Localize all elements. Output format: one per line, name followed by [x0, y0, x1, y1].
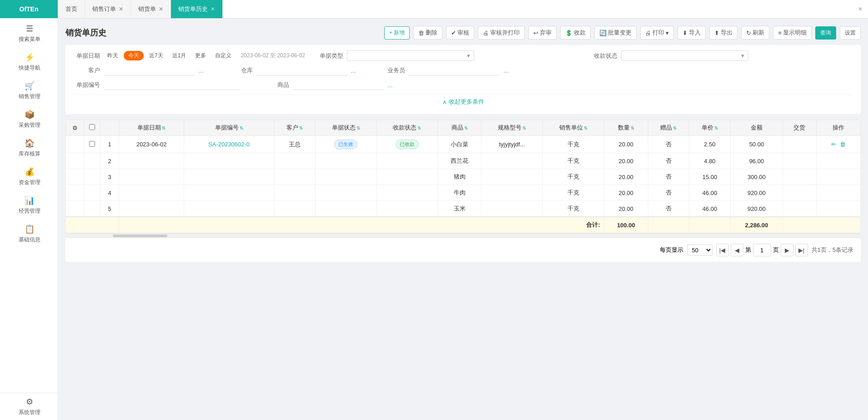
date-btn-yesterday[interactable]: 昨天 — [104, 51, 122, 60]
new-button[interactable]: + 新增 — [384, 26, 410, 40]
doc-num-input[interactable] — [104, 80, 240, 90]
pay-status-select[interactable]: ▾ — [621, 50, 748, 61]
row-checkbox[interactable] — [84, 153, 100, 169]
sidebar-item-label: 销售管理 — [19, 93, 40, 100]
goods-ellipsis[interactable]: ... — [387, 81, 393, 89]
col-doc-no[interactable]: 单据编号⇅ — [184, 120, 274, 136]
sort-doc-status[interactable]: ⇅ — [356, 125, 360, 130]
sort-price[interactable]: ⇅ — [714, 125, 718, 130]
row-checkbox[interactable] — [84, 185, 100, 201]
col-settings[interactable]: ⚙ — [66, 120, 84, 136]
page-size-select[interactable]: 10 20 50 100 — [687, 245, 712, 256]
doc-type-select[interactable]: ▾ — [347, 50, 474, 61]
tab-home[interactable]: 首页 — [58, 0, 85, 18]
refresh-button[interactable]: ↻ 刷新 — [741, 26, 769, 40]
sidebar-item-inventory[interactable]: 🏠 库存核算 — [0, 133, 58, 161]
agent-input[interactable] — [409, 65, 500, 75]
row-checkbox-input[interactable] — [89, 141, 95, 147]
sort-unit[interactable]: ⇅ — [584, 125, 587, 130]
customer-filter: 客户 ... — [73, 65, 204, 75]
quick-nav-icon: ⚡ — [25, 52, 35, 62]
col-customer[interactable]: 客户⇅ — [274, 120, 315, 136]
sidebar-item-operations[interactable]: 📊 经营管理 — [0, 190, 58, 219]
date-btn-7days[interactable]: 近7天 — [146, 51, 167, 60]
col-gift[interactable]: 赠品⇅ — [648, 120, 689, 136]
date-btn-today[interactable]: 今天 — [124, 51, 144, 60]
export-button[interactable]: ⬆ 导出 — [709, 26, 738, 40]
sort-gift[interactable]: ⇅ — [673, 125, 677, 130]
prev-page-btn[interactable]: ◀ — [731, 244, 743, 256]
row-checkbox[interactable] — [84, 201, 100, 217]
col-unit[interactable]: 销售单位⇅ — [542, 120, 604, 136]
sidebar-item-sales-mgmt[interactable]: 🛒 销售管理 — [0, 75, 58, 104]
customer-ellipsis[interactable]: ... — [198, 67, 204, 74]
audit-button[interactable]: ✔ 审核 — [446, 26, 474, 40]
col-qty[interactable]: 数量⇅ — [604, 120, 648, 136]
scroll-thumb[interactable] — [113, 235, 167, 237]
row-action-link[interactable]: 🗑 — [840, 141, 846, 148]
date-btn-1month[interactable]: 近1月 — [169, 51, 190, 60]
discard-button[interactable]: ↩ 弃审 — [528, 26, 557, 40]
row-action-link[interactable]: ✏ — [831, 141, 836, 148]
settings-button[interactable]: 设置 — [840, 26, 861, 40]
first-page-btn[interactable]: |◀ — [716, 244, 729, 256]
sidebar-item-label: 基础信息 — [19, 236, 40, 244]
warehouse-ellipsis[interactable]: ... — [351, 67, 356, 74]
date-btn-more[interactable]: 更多 — [191, 51, 210, 60]
col-amount: 金额 — [730, 120, 783, 136]
batch-change-button[interactable]: 🔄 批量变更 — [594, 26, 637, 40]
col-spec[interactable]: 规格型号⇅ — [482, 120, 543, 136]
show-detail-button[interactable]: ≡ 显示明细 — [773, 26, 812, 40]
col-checkbox[interactable] — [84, 120, 100, 136]
tab-sales-order[interactable]: 销售订单 ✕ — [85, 0, 131, 18]
sidebar-item-purchase-mgmt[interactable]: 📦 采购管理 — [0, 104, 58, 133]
import-button[interactable]: ⬇ 导入 — [677, 26, 706, 40]
warehouse-input[interactable] — [256, 65, 347, 75]
goods-input[interactable] — [293, 80, 384, 90]
col-doc-date[interactable]: 单据日期⇅ — [119, 120, 184, 136]
audit-print-button[interactable]: 🖨 审核并打印 — [478, 26, 525, 40]
sidebar-item-quick-nav[interactable]: ⚡ 快捷导航 — [0, 47, 58, 75]
collect-icon: 💲 — [565, 30, 572, 36]
page-input[interactable] — [753, 244, 771, 256]
collapse-filter-button[interactable]: ∧ 收起更多条件 — [73, 95, 853, 109]
col-goods[interactable]: 商品⇅ — [438, 120, 482, 136]
agent-ellipsis[interactable]: ... — [503, 67, 509, 74]
sort-customer[interactable]: ⇅ — [299, 125, 303, 130]
sort-pay-status[interactable]: ⇅ — [417, 125, 421, 130]
customer-input[interactable] — [104, 65, 195, 75]
sidebar-item-search-menu[interactable]: ☰ 搜索菜单 — [0, 18, 58, 47]
horizontal-scrollbar[interactable] — [65, 233, 861, 238]
next-page-btn[interactable]: ▶ — [781, 244, 793, 256]
sort-doc-no[interactable]: ⇅ — [240, 125, 243, 130]
sidebar-item-sys-mgmt[interactable]: ⚙ 系统管理 — [0, 393, 58, 420]
row-checkbox[interactable] — [84, 169, 100, 185]
close-sales-order-tab[interactable]: ✕ — [119, 6, 123, 12]
collect-button[interactable]: 💲 收款 — [560, 26, 591, 40]
close-all-tabs[interactable]: ✕ — [853, 6, 868, 12]
row-checkbox[interactable] — [84, 136, 100, 153]
delete-button[interactable]: 🗑 删除 — [413, 26, 442, 40]
print-button[interactable]: 🖨 打印 ▾ — [640, 26, 674, 40]
sidebar-item-basic-info[interactable]: 📋 基础信息 — [0, 219, 58, 247]
sort-goods[interactable]: ⇅ — [464, 125, 468, 130]
date-btn-custom[interactable]: 自定义 — [211, 51, 235, 60]
last-page-btn[interactable]: ▶| — [795, 244, 808, 256]
col-pay-status[interactable]: 收款状态⇅ — [376, 120, 438, 136]
col-price[interactable]: 单价⇅ — [689, 120, 730, 136]
tab-delivery-history[interactable]: 销货单历史 ✕ — [171, 0, 223, 18]
sort-qty[interactable]: ⇅ — [631, 125, 634, 130]
doc-no-link[interactable]: SA-20230602-0 — [208, 141, 250, 148]
row-pay-status — [376, 169, 438, 185]
select-all-checkbox[interactable] — [89, 124, 95, 130]
row-unit: 千克 — [542, 185, 604, 201]
tab-delivery[interactable]: 销货单 ✕ — [131, 0, 171, 18]
row-num: 2 — [100, 153, 119, 169]
query-button[interactable]: 查询 — [815, 26, 836, 40]
col-doc-status[interactable]: 单据状态⇅ — [315, 120, 376, 136]
close-delivery-tab[interactable]: ✕ — [159, 6, 163, 12]
sort-spec[interactable]: ⇅ — [522, 125, 526, 130]
close-delivery-history-tab[interactable]: ✕ — [211, 6, 215, 12]
sidebar-item-finance[interactable]: 💰 资金管理 — [0, 161, 58, 190]
sort-doc-date[interactable]: ⇅ — [162, 125, 166, 130]
